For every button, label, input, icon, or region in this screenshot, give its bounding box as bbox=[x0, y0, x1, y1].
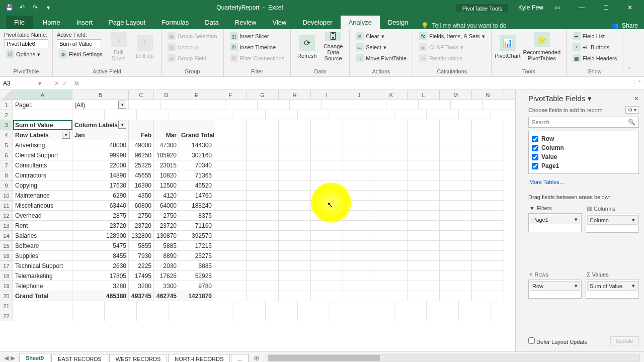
cell[interactable] bbox=[472, 130, 504, 140]
cell[interactable] bbox=[472, 180, 504, 191]
tab-analyze[interactable]: Analyze bbox=[341, 16, 380, 29]
cell[interactable] bbox=[440, 170, 472, 180]
plus-minus-buttons-toggle[interactable]: ±+/- Buttons bbox=[571, 42, 619, 52]
values-drop-area[interactable]: Sum of Value▾ bbox=[586, 280, 639, 299]
cell[interactable] bbox=[214, 221, 247, 231]
grand-total-cell[interactable]: 493745 bbox=[129, 291, 154, 301]
cell[interactable] bbox=[440, 211, 472, 221]
cell[interactable] bbox=[13, 301, 72, 311]
cell[interactable] bbox=[330, 311, 362, 321]
data-cell[interactable]: 52925 bbox=[179, 271, 214, 281]
tab-file[interactable]: File bbox=[6, 16, 33, 29]
cell[interactable] bbox=[472, 271, 504, 281]
cell[interactable] bbox=[472, 160, 504, 170]
cell[interactable] bbox=[214, 251, 247, 261]
cell[interactable] bbox=[440, 271, 472, 281]
cell[interactable] bbox=[247, 140, 279, 150]
field-row[interactable]: Row bbox=[532, 134, 635, 143]
save-icon[interactable]: 💾 bbox=[4, 3, 14, 13]
row-header[interactable]: 1 bbox=[0, 100, 13, 110]
sheet-nav-prev-icon[interactable]: ◀ bbox=[4, 354, 9, 361]
data-cell[interactable]: 45655 bbox=[129, 170, 154, 180]
data-cell[interactable]: 14890 bbox=[72, 170, 129, 180]
column-labels-cell[interactable]: Column Labels▾ bbox=[72, 120, 129, 130]
row-label[interactable]: Miscellaneous bbox=[13, 201, 72, 211]
row-label[interactable]: Consultants bbox=[13, 160, 72, 170]
cell[interactable] bbox=[169, 110, 201, 120]
grid-row[interactable]: 7Consultants22000253252301570340 bbox=[0, 160, 515, 170]
rows-drop-area[interactable]: Row▾ bbox=[528, 280, 582, 299]
field-search-input[interactable] bbox=[532, 119, 628, 125]
cell[interactable] bbox=[375, 160, 408, 170]
row-header[interactable]: 7 bbox=[0, 160, 13, 170]
cell[interactable] bbox=[472, 211, 504, 221]
data-cell[interactable]: 49000 bbox=[129, 140, 154, 150]
row-label[interactable]: Software bbox=[13, 241, 72, 251]
row-header[interactable]: 2 bbox=[0, 110, 13, 120]
grid-row[interactable]: 10Maintenance62904350412014760 bbox=[0, 191, 515, 201]
cell[interactable] bbox=[137, 301, 169, 311]
formula-input[interactable] bbox=[82, 80, 634, 87]
cell[interactable] bbox=[408, 201, 440, 211]
cell[interactable] bbox=[311, 261, 343, 271]
cell[interactable] bbox=[311, 231, 343, 241]
col-jan[interactable]: Jan bbox=[72, 130, 129, 140]
cell[interactable] bbox=[375, 180, 408, 191]
cell[interactable] bbox=[13, 311, 72, 321]
options-button[interactable]: ☑Options ▾ bbox=[4, 49, 48, 59]
pivottable-name-input[interactable] bbox=[4, 39, 48, 48]
cell[interactable] bbox=[214, 201, 247, 211]
cell[interactable] bbox=[440, 120, 472, 130]
cell[interactable] bbox=[394, 110, 427, 120]
col-header-m[interactable]: M bbox=[440, 90, 472, 100]
cell[interactable] bbox=[343, 251, 375, 261]
tab-design[interactable]: Design bbox=[380, 16, 416, 29]
data-cell[interactable]: 23720 bbox=[72, 221, 129, 231]
data-cell[interactable]: 6290 bbox=[72, 191, 129, 201]
cell[interactable] bbox=[105, 110, 137, 120]
data-cell[interactable]: 5475 bbox=[72, 241, 129, 251]
grid-row[interactable]: 8Contractors14890456551082071365 bbox=[0, 170, 515, 180]
col-header-n[interactable]: N bbox=[472, 90, 504, 100]
cell[interactable] bbox=[129, 120, 154, 130]
cell[interactable] bbox=[375, 221, 408, 231]
field-value[interactable]: Value bbox=[532, 152, 635, 161]
grid-row[interactable]: 16Supplies84557930889025275 bbox=[0, 251, 515, 261]
grid-row[interactable]: 15Software54755855588517215 bbox=[0, 241, 515, 251]
values-label-cell[interactable]: Sum of Value bbox=[13, 120, 72, 130]
row-header[interactable]: 19 bbox=[0, 281, 13, 291]
cell[interactable] bbox=[440, 281, 472, 291]
cell[interactable] bbox=[247, 241, 279, 251]
cell[interactable] bbox=[375, 201, 408, 211]
cell[interactable] bbox=[311, 160, 343, 170]
col-header-e[interactable]: E bbox=[179, 90, 214, 100]
grid-row[interactable]: 2 bbox=[0, 110, 515, 120]
columns-chip[interactable]: Column▾ bbox=[587, 215, 637, 225]
cell[interactable] bbox=[375, 251, 408, 261]
page-field[interactable]: Page1 bbox=[13, 100, 72, 110]
cell[interactable] bbox=[279, 201, 311, 211]
cell[interactable] bbox=[311, 271, 343, 281]
insert-timeline-button[interactable]: ⏱Insert Timeline bbox=[228, 42, 287, 52]
cell[interactable] bbox=[440, 201, 472, 211]
cell[interactable] bbox=[247, 261, 279, 271]
grid-row[interactable]: 9Copying17630163901250046520 bbox=[0, 180, 515, 191]
cell[interactable] bbox=[214, 281, 247, 291]
cell[interactable] bbox=[279, 281, 311, 291]
cell[interactable] bbox=[279, 221, 311, 231]
cell[interactable] bbox=[247, 170, 279, 180]
cell[interactable] bbox=[214, 261, 247, 271]
worksheet-grid[interactable]: A B C D E F G H I J K L M N 1Page1(All)▾… bbox=[0, 90, 515, 351]
cell[interactable] bbox=[472, 291, 504, 301]
cell[interactable] bbox=[169, 311, 201, 321]
data-cell[interactable]: 17625 bbox=[154, 271, 179, 281]
cell[interactable] bbox=[427, 311, 459, 321]
cell[interactable] bbox=[375, 271, 408, 281]
sheet-tab-more[interactable]: ... bbox=[231, 354, 249, 362]
data-cell[interactable]: 2225 bbox=[129, 261, 154, 271]
grid-row[interactable]: 20Grand Total4653804937454627451421870 bbox=[0, 291, 515, 301]
cell[interactable] bbox=[472, 231, 504, 241]
data-cell[interactable]: 144300 bbox=[179, 140, 214, 150]
name-box-dropdown-icon[interactable]: ▾ bbox=[38, 80, 41, 87]
move-pivottable-button[interactable]: ↔Move PivotTable bbox=[354, 53, 409, 63]
